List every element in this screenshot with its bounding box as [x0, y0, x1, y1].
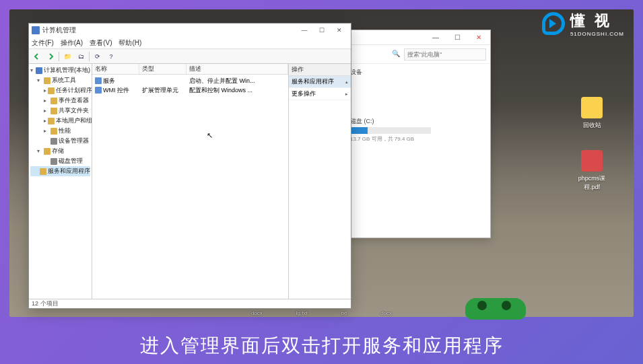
recycle-bin-icon: [581, 97, 603, 118]
toolbar-help-icon[interactable]: ?: [106, 51, 116, 62]
tree-storage[interactable]: ▾存储: [30, 146, 90, 156]
action-services-apps[interactable]: 服务和应用程序▴: [289, 76, 351, 88]
brand-logo: 懂 视 51DONGSHI.COM: [542, 11, 624, 37]
pdf-icon: [581, 150, 603, 172]
mgmt-app-icon: [32, 26, 40, 34]
outer-frame: 回收站 phpcms课程.pdf — ☐ ✕ ↑ 🔍 设备: [0, 0, 643, 364]
explorer-window: — ☐ ✕ ↑ 🔍 设备 磁盘 (C:) 13.7 GB 可用，共 79.4 G…: [343, 30, 491, 238]
services-icon: [95, 77, 102, 84]
disk-usage-bar: [350, 127, 431, 134]
action-more[interactable]: 更多操作▸: [289, 88, 351, 100]
tree-root[interactable]: ▾计算机管理(本地): [30, 65, 90, 75]
desktop-icon-pdf[interactable]: phpcms课程.pdf: [573, 150, 611, 192]
toolbar-refresh-icon[interactable]: ⟳: [92, 51, 103, 62]
mgmt-list: 名称 类型 描述 服务 启动、停止并配置 Win... WMI 控件 扩展管理单…: [92, 64, 289, 299]
col-name[interactable]: 名称: [92, 64, 139, 74]
search-icon: 🔍: [392, 50, 401, 59]
actions-header: 操作: [289, 64, 351, 76]
tree-local-users[interactable]: ▸本地用户和组: [30, 116, 90, 126]
tree-performance[interactable]: ▸性能: [30, 126, 90, 136]
list-header: 名称 类型 描述: [92, 64, 288, 75]
mgmt-minimize-button[interactable]: —: [296, 27, 313, 34]
mgmt-window: 计算机管理 — ☐ ✕ 文件(F) 操作(A) 查看(V) 帮助(H) 📁 🗂: [28, 23, 351, 309]
disk-usage-text: 13.7 GB 可用，共 79.4 GB: [350, 135, 483, 143]
explorer-maximize-button[interactable]: ☐: [450, 34, 465, 41]
tree-disk-mgmt[interactable]: 磁盘管理: [30, 156, 90, 166]
list-row-services[interactable]: 服务 启动、停止并配置 Win...: [92, 76, 288, 85]
menu-action[interactable]: 操作(A): [61, 38, 83, 48]
tree-shared-folders[interactable]: ▸共享文件夹: [30, 106, 90, 116]
mgmt-statusbar: 12 个项目: [29, 299, 351, 308]
taskbar-slice: docx lg.txt txt docx: [9, 309, 634, 317]
tree-device-mgr[interactable]: 设备管理器: [30, 136, 90, 146]
back-button[interactable]: [32, 51, 42, 62]
mgmt-titlebar[interactable]: 计算机管理 — ☐ ✕: [29, 24, 351, 37]
tree-services-apps[interactable]: 服务和应用程序: [30, 166, 90, 176]
forward-button[interactable]: [45, 51, 56, 62]
tree-event-viewer[interactable]: ▸事件查看器: [30, 96, 90, 106]
explorer-toolbar: ↑ 🔍: [343, 45, 490, 64]
subtitle-text: 进入管理界面后双击打开服务和应用程序: [0, 333, 643, 359]
desktop-background: 回收站 phpcms课程.pdf — ☐ ✕ ↑ 🔍 设备: [9, 9, 634, 317]
toolbar-icon-2[interactable]: 🗂: [75, 51, 86, 62]
brand-name: 懂 视: [570, 11, 624, 31]
mgmt-toolbar: 📁 🗂 ⟳ ?: [29, 49, 351, 64]
menu-view[interactable]: 查看(V): [90, 38, 112, 48]
desktop-icons: 回收站 phpcms课程.pdf: [573, 97, 613, 212]
cursor-icon: ↖: [207, 131, 213, 140]
desktop-icon-recycle[interactable]: 回收站: [573, 97, 611, 130]
explorer-body: 设备 磁盘 (C:) 13.7 GB 可用，共 79.4 GB: [343, 64, 490, 147]
toolbar-icon-1[interactable]: 📁: [62, 51, 73, 62]
disk-c-item[interactable]: 磁盘 (C:) 13.7 GB 可用，共 79.4 GB: [350, 117, 483, 143]
col-desc[interactable]: 描述: [187, 64, 288, 74]
tree-systools[interactable]: ▾系统工具: [30, 75, 90, 85]
actions-pane: 操作 服务和应用程序▴ 更多操作▸: [289, 64, 351, 299]
recycle-bin-label: 回收站: [573, 121, 611, 130]
list-row-wmi[interactable]: WMI 控件 扩展管理单元 配置和控制 Windows ...: [92, 85, 288, 95]
tree-task-scheduler[interactable]: ▸任务计划程序: [30, 85, 90, 96]
explorer-search-input[interactable]: [404, 48, 486, 61]
menu-help[interactable]: 帮助(H): [119, 38, 141, 48]
explorer-close-button[interactable]: ✕: [471, 34, 486, 41]
mgmt-maximize-button[interactable]: ☐: [313, 27, 331, 34]
disk-label: 磁盘 (C:): [350, 117, 483, 126]
explorer-titlebar: — ☐ ✕: [343, 30, 490, 45]
mgmt-menubar: 文件(F) 操作(A) 查看(V) 帮助(H): [29, 37, 351, 49]
logo-mark-icon: [542, 12, 566, 36]
mgmt-tree: ▾计算机管理(本地) ▾系统工具 ▸任务计划程序 ▸事件查看器 ▸共享文件夹 ▸…: [29, 64, 92, 299]
col-type[interactable]: 类型: [139, 64, 187, 74]
pdf-label: phpcms课程.pdf: [573, 174, 611, 192]
explorer-minimize-button[interactable]: —: [428, 34, 443, 41]
menu-file[interactable]: 文件(F): [32, 38, 54, 48]
wmi-icon: [95, 87, 102, 94]
mgmt-title: 计算机管理: [42, 26, 76, 35]
brand-domain: 51DONGSHI.COM: [570, 31, 624, 37]
mgmt-close-button[interactable]: ✕: [331, 27, 348, 34]
explorer-group-label: 设备: [350, 68, 483, 77]
